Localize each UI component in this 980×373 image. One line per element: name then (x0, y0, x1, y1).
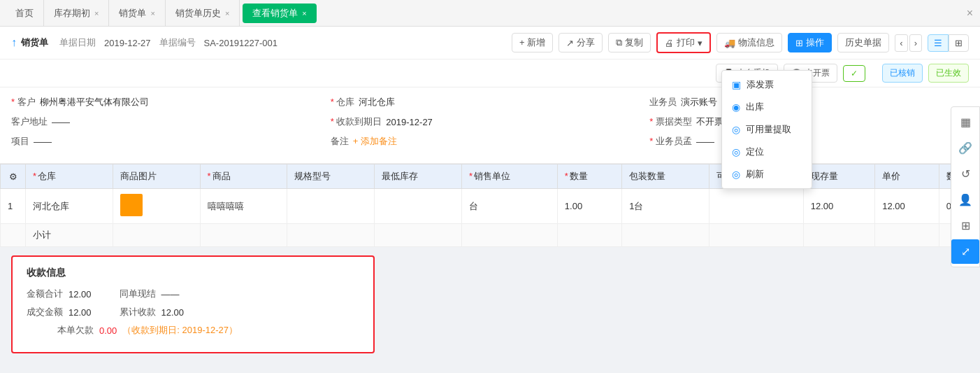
table-header-row: ⚙ *仓库 商品图片 *商品 规格型号 最低库存 *销售单位 *数量 包装数量 … (1, 164, 980, 189)
tab-view-sales[interactable]: 查看销货单 × (243, 3, 316, 23)
td-stock: 12.00 (803, 189, 875, 224)
th-min-stock: 最低库存 (375, 164, 462, 189)
product-table: ⚙ *仓库 商品图片 *商品 规格型号 最低库存 *销售单位 *数量 包装数量 … (0, 164, 980, 247)
right-sidebar: ▦ 🔗 ↺ 👤 ⊞ ⤢ (951, 106, 980, 267)
customer-value: 柳州粤港平安气体有限公司 (40, 96, 149, 108)
date-label: 单据日期 (59, 36, 96, 49)
payment-info-box: 收款信息 金额合计 12.00 同单现结 —— 成交金额 12.00 累计收款 … (11, 255, 375, 353)
tab-close-history[interactable]: × (225, 9, 229, 17)
note-field: 备注 添加备注 (331, 135, 650, 148)
tab-sales-order[interactable]: 销货单 × (109, 0, 165, 26)
next-button[interactable]: › (909, 34, 922, 52)
add-note-button[interactable]: 添加备注 (353, 135, 397, 148)
sidebar-grid-icon[interactable]: ▦ (951, 110, 979, 134)
td-subtotal-min (375, 224, 462, 247)
dropdown-available-qty[interactable]: ◎ 可用量提取 (722, 118, 812, 141)
same-order-value: —— (161, 289, 180, 300)
th-quantity: *数量 (557, 164, 621, 189)
prev-button[interactable]: ‹ (895, 34, 907, 52)
product-image (120, 194, 143, 216)
transaction-label: 成交金额 (27, 306, 63, 318)
total-amount-label: 金额合计 (27, 288, 63, 300)
new-button[interactable]: + 新增 (512, 33, 553, 52)
number-label: 单据编号 (159, 36, 196, 49)
th-warehouse: *仓库 (26, 164, 113, 189)
th-settings[interactable]: ⚙ (1, 164, 26, 189)
sales-label: 业务员孟 (649, 135, 692, 148)
th-unit: *销售单位 (461, 164, 557, 189)
view-list-button[interactable]: ☰ (928, 34, 949, 52)
number-value: SA-20191227-001 (204, 38, 278, 48)
logistics-button[interactable]: 🚚 物流信息 (716, 33, 782, 52)
subtotal-row: 小计 (1, 224, 980, 247)
dropdown-refresh[interactable]: ◎ 刷新 (722, 163, 812, 185)
outstanding-item: 本单欠款 0.00 （收款到期日: 2019-12-27） (27, 324, 238, 337)
copy-button[interactable]: ⧉ 复制 (608, 33, 651, 52)
payment-info-title: 收款信息 (27, 267, 359, 279)
project-label: 项目 (11, 135, 29, 148)
td-product: 嘻嘻嘻嘻 (200, 189, 287, 224)
print-button-wrapper: 🖨 打印 ▾ (656, 32, 711, 53)
out-warehouse-icon: ◉ (732, 101, 740, 113)
view-grid-button[interactable]: ⊞ (949, 34, 969, 52)
doc-meta: 单据日期 2019-12-27 单据编号 SA-20191227-001 (59, 36, 278, 49)
td-seq: 1 (1, 189, 26, 224)
history-button[interactable]: 历史单据 (837, 33, 889, 52)
address-field: 客户地址 —— (11, 115, 331, 128)
td-spec (287, 189, 375, 224)
dropdown-add-invoice[interactable]: ▣ 添发票 (722, 73, 812, 96)
td-subtotal-unit (461, 224, 557, 247)
tab-close-sales[interactable]: × (150, 9, 154, 17)
location-icon: ◎ (732, 146, 740, 157)
td-unit: 台 (461, 189, 557, 224)
window-close-button[interactable]: × (967, 7, 973, 20)
outstanding-label: 本单欠款 (57, 324, 94, 337)
doc-header-left: ↑ 销货单 单据日期 2019-12-27 单据编号 SA-20191227-0… (11, 36, 278, 49)
td-min-stock (375, 189, 462, 224)
transaction-item: 成交金额 12.00 (27, 306, 92, 318)
tab-close-view[interactable]: × (302, 9, 306, 17)
toolbar-row: 📱 来自手机 🔘 未开票 ✓ 已核销 已生效 (0, 59, 980, 87)
td-subtotal-prod (200, 224, 287, 247)
print-button[interactable]: 🖨 打印 ▾ (656, 32, 711, 53)
tab-close-inventory[interactable]: × (94, 9, 99, 17)
sidebar-table-icon[interactable]: ⊞ (951, 213, 979, 238)
sidebar-expand-icon[interactable]: ⤢ (951, 239, 979, 264)
payment-row-2: 成交金额 12.00 累计收款 12.00 (27, 306, 359, 318)
cumulative-value: 12.00 (161, 307, 185, 318)
staff-value: 演示账号 (681, 96, 717, 108)
available-qty-icon: ◎ (732, 124, 740, 135)
form-area: 客户 柳州粤港平安气体有限公司 仓库 河北仓库 业务员 演示账号 客户地址 ——… (0, 87, 980, 164)
add-invoice-icon: ▣ (732, 79, 741, 90)
payment-date-label: 收款到期日 (331, 115, 382, 128)
transaction-value: 12.00 (69, 307, 92, 318)
th-pack-qty: 包装数量 (622, 164, 709, 189)
customer-field: 客户 柳州粤港平安气体有限公司 (11, 96, 331, 108)
tab-home[interactable]: 首页 (6, 0, 44, 26)
operations-dropdown: ▣ 添发票 ◉ 出库 ◎ 可用量提取 ◎ 定位 ◎ 刷新 (721, 70, 812, 189)
payment-row-1: 金额合计 12.00 同单现结 —— (27, 288, 359, 300)
doc-title: ↑ 销货单 (11, 36, 48, 49)
td-subtotal-wh: 小计 (26, 224, 113, 247)
td-warehouse: 河北仓库 (26, 189, 113, 224)
project-field: 项目 —— (11, 135, 331, 148)
logistics-icon: 🚚 (724, 38, 735, 48)
project-value: —— (34, 136, 52, 147)
total-amount-value: 12.00 (69, 289, 92, 300)
cumulative-label: 累计收款 (120, 306, 156, 318)
print-icon: 🖨 (665, 38, 674, 48)
address-value: —— (52, 117, 70, 127)
tab-bar: 首页 库存期初 × 销货单 × 销货单历史 × 查看销货单 × × (0, 0, 980, 27)
tab-inventory-init[interactable]: 库存期初 × (44, 0, 109, 26)
dropdown-out-warehouse[interactable]: ◉ 出库 (722, 96, 812, 118)
share-button[interactable]: ↗ 分享 (559, 33, 603, 52)
tab-sales-history[interactable]: 销货单历史 × (166, 0, 240, 26)
sidebar-link-icon[interactable]: 🔗 (951, 136, 979, 160)
operations-button[interactable]: ⊞ 操作 (788, 33, 832, 52)
sidebar-person-icon[interactable]: 👤 (951, 188, 979, 212)
dropdown-location[interactable]: ◎ 定位 (722, 141, 812, 163)
confirm-button[interactable]: ✓ (843, 65, 865, 82)
copy-icon: ⧉ (616, 37, 622, 48)
sidebar-refresh-icon[interactable]: ↺ (951, 162, 979, 186)
td-subtotal-stock (803, 224, 875, 247)
